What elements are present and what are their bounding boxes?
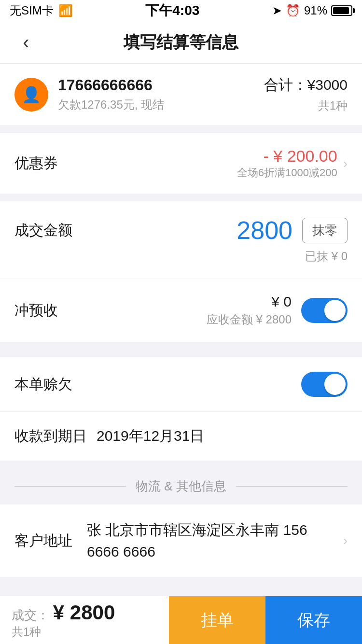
deposit-right: ¥ 0 应收金额 ¥ 2800 xyxy=(207,294,348,327)
save-button[interactable]: 保存 xyxy=(265,596,362,644)
bottom-bar: 成交： ¥ 2800 共1种 挂单 保存 xyxy=(0,596,362,644)
coupon-right: - ¥ 200.00 全场6折满1000减200 › xyxy=(237,147,348,180)
page-title: 填写结算等信息 xyxy=(124,31,238,54)
customer-card: 👤 17666666666 欠款1276.35元, 现结 合计：¥3000 共1… xyxy=(0,64,362,125)
battery-percent: 91% xyxy=(304,4,327,17)
deal-sub-text: 已抹 ¥ 0 xyxy=(14,249,348,264)
round-button[interactable]: 抹零 xyxy=(302,218,348,243)
deposit-toggle[interactable] xyxy=(301,298,348,323)
coupon-discount: - ¥ 200.00 xyxy=(237,147,337,166)
coupon-label: 优惠券 xyxy=(14,154,58,173)
logistics-line-left xyxy=(14,486,126,487)
logistics-line-right xyxy=(236,486,348,487)
duedate-value: 2019年12月31日 xyxy=(97,426,204,446)
avatar: 👤 xyxy=(14,78,48,112)
avatar-icon: 👤 xyxy=(22,85,41,104)
bottom-info: 成交： ¥ 2800 共1种 xyxy=(0,601,169,640)
debt-label: 本单赊欠 xyxy=(14,375,72,394)
status-bar: 无SIM卡 📶 下午4:03 ➤ ⏰ 91% xyxy=(0,0,362,21)
bottom-amount: ¥ 2800 xyxy=(53,601,115,624)
separator-2 xyxy=(0,342,362,350)
bottom-deal-row: 成交： ¥ 2800 xyxy=(12,601,157,624)
status-time: 下午4:03 xyxy=(145,1,199,20)
separator-1 xyxy=(0,194,362,201)
duedate-label: 收款到期日 xyxy=(14,426,87,446)
location-icon: ➤ xyxy=(272,4,282,17)
address-value: 张 北京市市辖区海淀区永丰南 156 6666 6666 xyxy=(87,519,343,562)
address-label: 客户地址 xyxy=(14,531,72,551)
battery-icon xyxy=(331,5,352,16)
battery-fill xyxy=(333,7,349,14)
deal-right: 2800 抹零 xyxy=(237,216,348,245)
deposit-amount-col: ¥ 0 应收金额 ¥ 2800 xyxy=(207,294,292,327)
back-button[interactable]: ‹ xyxy=(12,28,41,57)
logistics-header: 物流 & 其他信息 xyxy=(0,468,362,504)
logistics-title: 物流 & 其他信息 xyxy=(136,478,226,495)
address-chevron: › xyxy=(343,533,348,548)
coupon-description: 全场6折满1000减200 xyxy=(237,166,337,180)
debt-toggle[interactable] xyxy=(301,372,348,397)
customer-info: 17666666666 欠款1276.35元, 现结 xyxy=(58,76,164,112)
coupon-row[interactable]: 优惠券 - ¥ 200.00 全场6折满1000减200 › xyxy=(0,133,362,194)
nav-bar: ‹ 填写结算等信息 xyxy=(0,21,362,64)
hold-button[interactable]: 挂单 xyxy=(169,596,265,644)
carrier-label: 无SIM卡 xyxy=(10,3,54,18)
bottom-count: 共1种 xyxy=(12,624,157,640)
address-section[interactable]: 客户地址 张 北京市市辖区海淀区永丰南 156 6666 6666 › xyxy=(0,504,362,577)
customer-row: 👤 17666666666 欠款1276.35元, 现结 合计：¥3000 共1… xyxy=(14,75,348,113)
wifi-icon: 📶 xyxy=(58,4,73,17)
content: 👤 17666666666 欠款1276.35元, 现结 合计：¥3000 共1… xyxy=(0,64,362,644)
deal-amount-row: 成交金额 2800 抹零 xyxy=(14,216,348,245)
address-right: › xyxy=(343,533,348,548)
total-count: 共1种 xyxy=(264,98,348,113)
customer-subtitle: 欠款1276.35元, 现结 xyxy=(58,97,164,112)
customer-left: 👤 17666666666 欠款1276.35元, 现结 xyxy=(14,76,164,112)
coupon-chevron: › xyxy=(343,156,348,171)
deal-section: 成交金额 2800 抹零 已抹 ¥ 0 xyxy=(0,201,362,279)
alarm-icon: ⏰ xyxy=(286,4,300,17)
deal-amount-value: 2800 xyxy=(237,216,292,245)
deal-label: 成交金额 xyxy=(14,221,72,240)
bottom-deal-label: 成交： xyxy=(12,608,49,622)
customer-right: 合计：¥3000 共1种 xyxy=(264,75,348,113)
toggle-knob-debt xyxy=(324,374,346,395)
status-right: ➤ ⏰ 91% xyxy=(272,4,352,17)
deposit-amount: ¥ 0 xyxy=(207,294,292,310)
debt-section: 本单赊欠 xyxy=(0,357,362,411)
deposit-label: 冲预收 xyxy=(14,301,58,321)
deposit-sub: 应收金额 ¥ 2800 xyxy=(207,312,292,327)
toggle-knob-deposit xyxy=(324,300,346,321)
duedate-section: 收款到期日 2019年12月31日 xyxy=(0,411,362,461)
deposit-row: 冲预收 ¥ 0 应收金额 ¥ 2800 xyxy=(0,279,362,342)
status-left: 无SIM卡 📶 xyxy=(10,3,73,18)
customer-phone: 17666666666 xyxy=(58,76,164,94)
total-amount: 合计：¥3000 xyxy=(264,75,348,95)
